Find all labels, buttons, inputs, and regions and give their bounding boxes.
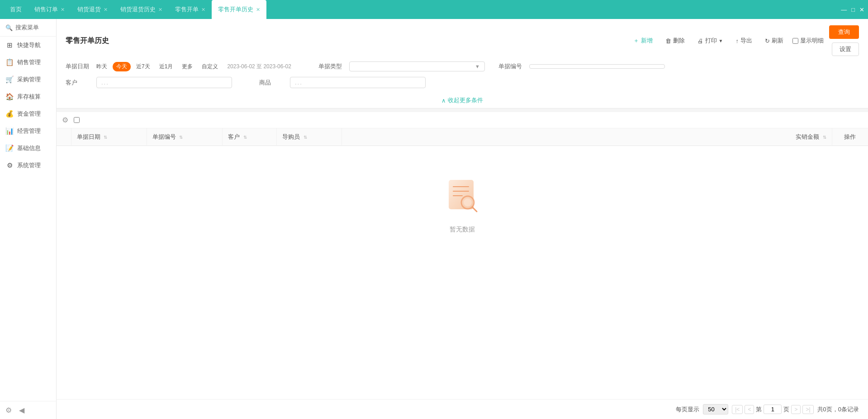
th-amount-sort-icon: ⇅ [823, 135, 826, 140]
sidebar-item-operations[interactable]: 📊 经营管理 [0, 122, 56, 140]
collapse-row[interactable]: ∧ 收起更多条件 [66, 94, 859, 108]
base-info-icon: 📝 [5, 144, 14, 152]
main-layout: 🔍 搜索菜单 ⊞ 快捷导航 📋 销售管理 🛒 采购管理 🏠 库存核算 💰 资金管… [0, 19, 868, 419]
tab-home[interactable]: 首页 [4, 0, 28, 19]
date-label: 单据日期 [66, 62, 93, 71]
show-detail-toggle[interactable]: 显示明细 [792, 37, 824, 45]
table-header-row: 单据日期 ⇅ 单据编号 ⇅ 客户 ⇅ 导购员 ⇅ [57, 128, 868, 146]
sidebar-item-purchase-mgmt-label: 采购管理 [17, 75, 41, 84]
tab-sales-return-close[interactable]: ✕ [104, 7, 108, 13]
first-page-btn[interactable]: |< [732, 405, 743, 414]
per-page-label: 每页显示 [676, 405, 699, 414]
date-btn-today[interactable]: 今天 [113, 62, 131, 71]
doc-type-dropdown[interactable]: ▼ [349, 61, 485, 71]
goods-input[interactable]: ... [290, 77, 426, 88]
tab-retail-open-history-close[interactable]: ✕ [256, 7, 260, 13]
th-customer[interactable]: 客户 ⇅ [223, 128, 277, 146]
prev-page-btn[interactable]: < [745, 405, 754, 414]
print-label: 打印 [705, 37, 717, 45]
minimize-btn[interactable]: — [841, 6, 847, 13]
tab-sales-order-close[interactable]: ✕ [61, 7, 65, 13]
sidebar-settings-icon[interactable]: ⚙ [5, 406, 12, 414]
th-date[interactable]: 单据日期 ⇅ [71, 128, 147, 146]
th-no[interactable]: 单据编号 ⇅ [147, 128, 222, 146]
print-arrow-icon: ▼ [719, 38, 723, 43]
collapse-arrow-icon: ∧ [441, 97, 446, 104]
date-btn-7days[interactable]: 近7天 [133, 62, 154, 71]
query-button[interactable]: 查询 [829, 25, 859, 39]
add-label: 新增 [641, 37, 653, 45]
customer-input[interactable]: ... [96, 77, 232, 88]
select-all-checkbox[interactable] [74, 117, 80, 123]
sidebar-item-sales-mgmt-label: 销售管理 [17, 58, 41, 66]
sidebar-item-quick-nav[interactable]: ⊞ 快捷导航 [0, 37, 56, 54]
tab-sales-return-history-label: 销货退货历史 [120, 5, 156, 14]
maximize-btn[interactable]: □ [851, 6, 855, 13]
finance-icon: 💰 [5, 110, 14, 118]
per-page-select[interactable]: 10 20 50 100 [703, 404, 728, 414]
sidebar-item-finance[interactable]: 💰 资金管理 [0, 105, 56, 122]
tab-retail-open-history[interactable]: 零售开单历史 ✕ [212, 0, 266, 19]
window-controls: — □ ✕ [841, 6, 864, 13]
refresh-button[interactable]: ↻ 刷新 [761, 35, 787, 47]
th-date-sort-icon: ⇅ [104, 135, 107, 140]
th-date-label: 单据日期 [77, 133, 100, 140]
sys-mgmt-icon: ⚙ [5, 161, 14, 169]
empty-state-cell: 暂无数据 [57, 146, 868, 261]
last-page-btn[interactable]: >| [802, 405, 813, 414]
table-section: ⚙ 单据日期 ⇅ 单据编号 ⇅ [57, 112, 868, 399]
tab-retail-open-close[interactable]: ✕ [201, 7, 205, 13]
th-ops-label: 操作 [844, 133, 856, 140]
date-btn-yesterday[interactable]: 昨天 [93, 62, 111, 71]
goods-label: 商品 [259, 79, 286, 87]
page-number-input[interactable] [764, 405, 782, 414]
add-icon: ＋ [633, 37, 639, 45]
show-detail-label: 显示明细 [800, 37, 824, 45]
pagination: 每页显示 10 20 50 100 |< < 第 页 > >| 共0页，0条记录 [57, 399, 868, 419]
print-button[interactable]: 🖨 打印 ▼ [694, 35, 727, 47]
th-amount[interactable]: 实销金额 ⇅ [342, 128, 832, 146]
th-guide-sort-icon: ⇅ [304, 135, 307, 140]
th-check [57, 128, 71, 146]
tab-sales-return-history[interactable]: 销货退货历史 ✕ [114, 0, 169, 19]
sidebar-item-sys-mgmt-label: 系统管理 [17, 161, 41, 169]
add-button[interactable]: ＋ 新增 [630, 35, 656, 47]
page-title: 零售开单历史 [66, 36, 109, 46]
tab-sales-return[interactable]: 销货退货 ✕ [71, 0, 114, 19]
sidebar-item-inventory[interactable]: 🏠 库存核算 [0, 88, 56, 105]
sidebar-item-sales-mgmt[interactable]: 📋 销售管理 [0, 54, 56, 71]
show-detail-checkbox[interactable] [792, 38, 798, 44]
sidebar-collapse-icon[interactable]: ◀ [19, 406, 24, 414]
date-btn-1month[interactable]: 近1月 [156, 62, 177, 71]
toolbar: ＋ 新增 🗑 删除 🖨 打印 ▼ ↑ 导出 [630, 25, 859, 56]
date-btn-custom[interactable]: 自定义 [198, 62, 222, 71]
th-no-label: 单据编号 [152, 133, 176, 140]
tab-retail-open[interactable]: 零售开单 ✕ [169, 0, 212, 19]
export-button[interactable]: ↑ 导出 [732, 35, 756, 47]
content-area: 零售开单历史 ＋ 新增 🗑 删除 🖨 打印 ▼ [57, 19, 868, 419]
th-guide[interactable]: 导购员 ⇅ [277, 128, 342, 146]
delete-button[interactable]: 🗑 删除 [662, 35, 688, 47]
print-icon: 🖨 [697, 38, 703, 44]
sidebar-item-purchase-mgmt[interactable]: 🛒 采购管理 [0, 71, 56, 88]
customer-label: 客户 [66, 79, 93, 87]
sidebar-item-sys-mgmt[interactable]: ⚙ 系统管理 [0, 157, 56, 174]
table-body: 暂无数据 [57, 146, 868, 261]
page-label: 第 [756, 405, 762, 414]
tab-sales-return-label: 销货退货 [77, 5, 101, 14]
set-button[interactable]: 设置 [832, 42, 859, 56]
close-btn[interactable]: ✕ [859, 6, 864, 13]
next-page-btn[interactable]: > [791, 405, 801, 414]
page-total: 共0页，0条记录 [817, 405, 859, 414]
page-suffix: 页 [783, 405, 789, 414]
tab-sales-return-history-close[interactable]: ✕ [158, 7, 162, 13]
page-title-row: 零售开单历史 ＋ 新增 🗑 删除 🖨 打印 ▼ [66, 25, 859, 56]
doc-no-input[interactable] [529, 64, 665, 69]
th-customer-sort-icon: ⇅ [243, 135, 247, 140]
tab-sales-order[interactable]: 销售订单 ✕ [28, 0, 71, 19]
date-btn-more[interactable]: 更多 [178, 62, 196, 71]
export-icon: ↑ [736, 38, 739, 44]
table-settings-icon[interactable]: ⚙ [62, 116, 68, 124]
sidebar-item-base-info[interactable]: 📝 基础信息 [0, 140, 56, 157]
sidebar-search[interactable]: 🔍 搜索菜单 [0, 19, 56, 37]
